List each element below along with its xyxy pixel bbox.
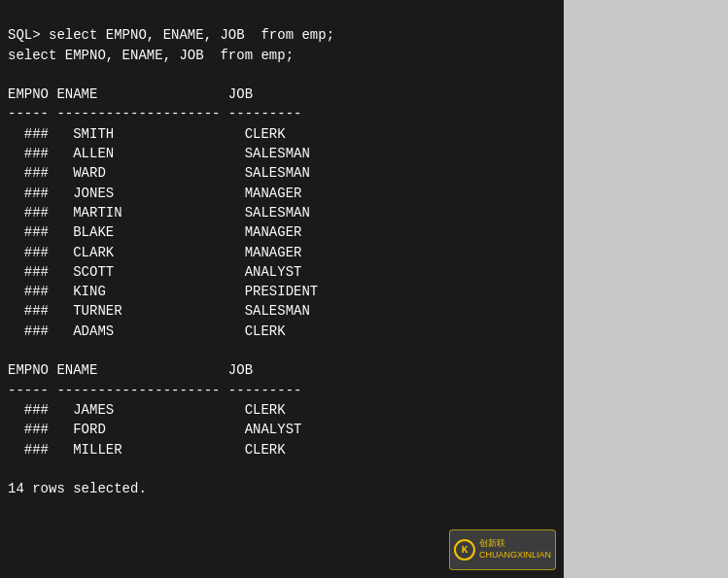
terminal-window: SQL> select EMPNO, ENAME, JOB from emp; … <box>0 0 564 578</box>
sql-prompt-line2: select EMPNO, ENAME, JOB from emp; <box>8 48 294 63</box>
watermark-icon: K <box>454 539 475 561</box>
terminal-output: SQL> select EMPNO, ENAME, JOB from emp; … <box>8 6 556 498</box>
watermark-badge: K 创新联CHUANGXINLIAN <box>449 529 556 570</box>
footer-rows-selected: 14 rows selected. <box>8 481 147 496</box>
row-clark: ### CLARK MANAGER <box>24 245 302 260</box>
row-turner: ### TURNER SALESMAN <box>24 303 310 319</box>
col-header: EMPNO ENAME JOB <box>8 86 253 102</box>
row-adams: ### ADAMS CLERK <box>24 323 286 339</box>
right-panel <box>564 0 728 578</box>
sql-prompt-line1: SQL> select EMPNO, ENAME, JOB from emp; <box>8 27 334 43</box>
row-ford: ### FORD ANALYST <box>24 422 302 437</box>
row-king: ### KING PRESIDENT <box>24 284 318 299</box>
row-allen: ### ALLEN SALESMAN <box>24 146 310 161</box>
row-james: ### JAMES CLERK <box>24 402 286 418</box>
row-scott: ### SCOTT ANALYST <box>24 264 302 280</box>
col-separator: ----- -------------------- --------- <box>8 106 301 121</box>
row-smith: ### SMITH CLERK <box>24 126 286 142</box>
col-header2: EMPNO ENAME JOB <box>8 362 253 378</box>
watermark-text: 创新联CHUANGXINLIAN <box>479 538 551 561</box>
row-ward: ### WARD SALESMAN <box>24 165 310 181</box>
row-blake: ### BLAKE MANAGER <box>24 224 302 240</box>
row-jones: ### JONES MANAGER <box>24 186 302 201</box>
row-martin: ### MARTIN SALESMAN <box>24 205 310 221</box>
row-miller: ### MILLER CLERK <box>24 442 286 458</box>
col-separator2: ----- -------------------- --------- <box>8 383 301 398</box>
